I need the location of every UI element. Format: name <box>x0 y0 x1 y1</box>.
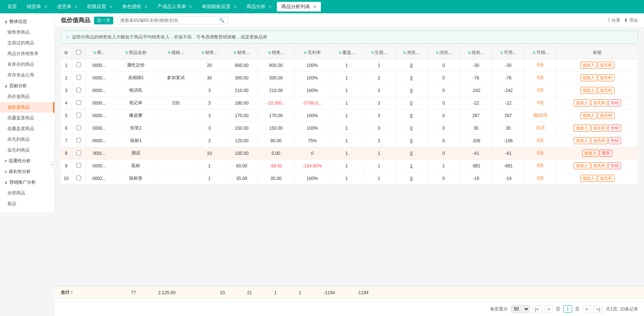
export-button[interactable]: ⬇ 导出 <box>624 17 638 24</box>
cell-browse1[interactable]: 1 <box>395 160 427 172</box>
horizontal-scrollbar[interactable] <box>55 299 644 302</box>
search-input[interactable] <box>120 18 218 23</box>
nav-sales[interactable]: 销货单 ✕ <box>22 2 52 11</box>
sidebar-item-high-value[interactable]: 高价值商品 <box>0 91 54 102</box>
sidebar-collapse-button[interactable]: « <box>50 162 57 168</box>
sort-icon-12[interactable]: ⇅ <box>468 51 471 55</box>
cell-checkbox[interactable] <box>72 72 85 84</box>
cell-browse1[interactable]: 0 <box>395 172 427 185</box>
search-box[interactable]: 🔍 <box>117 16 228 24</box>
sort-icon-4[interactable]: ⇅ <box>201 51 204 55</box>
row-checkbox[interactable] <box>76 163 81 168</box>
sort-icon-8[interactable]: ⇅ <box>339 51 342 55</box>
sidebar-item-stock-fund[interactable]: 库存资金占用 <box>0 70 54 81</box>
cell-checkbox[interactable] <box>72 160 85 172</box>
sidebar-item-category-rate[interactable]: 商品分类销售率 <box>0 48 54 59</box>
sidebar-group-contribution[interactable]: ∨ 贡献分析 <box>0 81 54 91</box>
last-page-button[interactable]: >| <box>594 305 603 313</box>
cell-name[interactable]: 吴细细1 <box>113 72 159 84</box>
sort-icon-14[interactable]: ⇅ <box>533 51 536 55</box>
select-all-checkbox[interactable] <box>76 50 81 55</box>
cell-browse1[interactable]: 0 <box>395 147 427 160</box>
cell-name[interactable]: 笔记本 <box>113 97 159 109</box>
next-page-button[interactable]: > <box>583 305 591 313</box>
sidebar-item-in-stock[interactable]: 有库存的商品 <box>0 59 54 70</box>
cell-checkbox[interactable] <box>72 147 85 160</box>
nav-home[interactable]: 首页 <box>3 2 21 11</box>
sort-icon-9[interactable]: ⇅ <box>371 51 374 55</box>
cell-checkbox[interactable] <box>72 97 85 109</box>
col-checkbox-all[interactable] <box>72 47 85 59</box>
search-icon[interactable]: 🔍 <box>219 18 225 23</box>
cell-browse1[interactable]: 0 <box>395 59 427 72</box>
row-checkbox[interactable] <box>76 150 81 155</box>
sidebar-group-marketing[interactable]: ∨ 营销推广分析 <box>0 177 54 188</box>
cell-name[interactable]: 鼠标 <box>113 160 159 172</box>
row-checkbox[interactable] <box>76 100 81 105</box>
row-checkbox[interactable] <box>76 125 81 130</box>
sort-icon-13[interactable]: ⇅ <box>500 51 503 55</box>
cell-name[interactable]: 橡皮擦 <box>113 109 159 122</box>
cell-s2: 210.00 <box>225 84 258 97</box>
row-checkbox[interactable] <box>76 138 81 143</box>
cell-browse1[interactable]: 0 <box>395 135 427 147</box>
sidebar-item-new-goods[interactable]: 新品 <box>0 198 54 209</box>
nav-template[interactable]: 单据模板设置 ✕ <box>197 2 241 11</box>
sort-icon-10[interactable]: ⇅ <box>403 51 406 55</box>
cell-checkbox[interactable] <box>72 109 85 122</box>
first-page-button[interactable]: |< <box>533 305 542 313</box>
row-checkbox[interactable] <box>76 176 81 180</box>
row-checkbox[interactable] <box>76 62 81 67</box>
sidebar-item-low-coverage[interactable]: 低覆盖度商品 <box>0 123 54 134</box>
col-settings[interactable]: ⚙ <box>61 47 72 59</box>
cell-checkbox[interactable] <box>72 59 85 72</box>
sidebar: ∨ 整体信息 销售类商品 交易过的商品 商品分类销售率 有库存的商品 库存资金占… <box>0 13 55 212</box>
nav-permission[interactable]: 权限设置 ✕ <box>83 2 117 11</box>
sort-icon-6[interactable]: ⇅ <box>268 51 271 55</box>
share-button[interactable]: ⤴ 分享 <box>608 17 620 24</box>
nav-role[interactable]: 角色授权 ✕ <box>118 2 152 11</box>
cell-name[interactable]: 鼠标垫 <box>113 172 159 185</box>
sidebar-item-high-profit[interactable]: 高毛利商品 <box>0 134 54 145</box>
cell-browse1[interactable]: 0 <box>395 109 427 122</box>
nav-purchase[interactable]: 进货单 ✕ <box>53 2 82 11</box>
sort-icon[interactable]: ⇅ <box>93 51 96 55</box>
sidebar-item-high-coverage[interactable]: 高覆盖度商品 <box>0 113 54 123</box>
cell-checkbox[interactable] <box>72 122 85 135</box>
sidebar-group-overall[interactable]: ∨ 整体信息 <box>0 16 54 27</box>
page-size-select[interactable]: 50 100 200 <box>511 305 530 313</box>
cell-checkbox[interactable] <box>72 84 85 97</box>
sidebar-group-flow[interactable]: > 流通性分析 <box>0 156 54 166</box>
cell-browse1[interactable]: 0 <box>395 97 427 109</box>
sort-icon-11[interactable]: ⇅ <box>436 51 439 55</box>
nav-analysis[interactable]: 商品分析 ✕ <box>242 2 276 11</box>
cell-name[interactable]: 电话机 <box>113 84 159 97</box>
sidebar-item-sales-goods[interactable]: 销售类商品 <box>0 27 54 38</box>
cell-checkbox[interactable] <box>72 135 85 147</box>
cell-name[interactable]: 铅笔1 <box>113 122 159 135</box>
row-checkbox[interactable] <box>76 88 81 92</box>
filter-tag-month[interactable]: 近一月 <box>94 17 113 24</box>
cell-name[interactable]: 属性定价 <box>113 59 159 72</box>
sidebar-item-traded-goods[interactable]: 交易过的商品 <box>0 38 54 48</box>
sidebar-group-growth[interactable]: > 成长性分析 <box>0 166 54 177</box>
cell-browse1[interactable]: 0 <box>395 122 427 135</box>
nav-analysis-list[interactable]: 商品分析列表 ✕ <box>277 2 321 11</box>
prev-page-button[interactable]: < <box>545 305 553 313</box>
cell-name[interactable]: 鼠标1 <box>113 135 159 147</box>
cell-browse1[interactable]: 0 <box>395 84 427 97</box>
row-checkbox[interactable] <box>76 75 81 80</box>
cell-browse1[interactable]: 0 <box>395 72 427 84</box>
cell-name[interactable]: 测试 <box>113 147 159 160</box>
sidebar-item-low-value[interactable]: 低价值商品 <box>0 102 54 113</box>
sort-icon-3[interactable]: ⇅ <box>168 51 171 55</box>
sort-icon-2[interactable]: ⇅ <box>125 51 128 55</box>
cell-profit: 100% <box>294 122 331 135</box>
row-checkbox[interactable] <box>76 113 81 118</box>
nav-product-in[interactable]: 产成品入库单 ✕ <box>153 2 197 11</box>
sidebar-item-low-profit[interactable]: 低毛利商品 <box>0 145 54 156</box>
sidebar-item-all-goods[interactable]: 全部商品 <box>0 188 54 198</box>
sort-icon-7[interactable]: ⇅ <box>304 51 307 55</box>
cell-checkbox[interactable] <box>72 172 85 185</box>
sort-icon-5[interactable]: ⇅ <box>234 51 237 55</box>
